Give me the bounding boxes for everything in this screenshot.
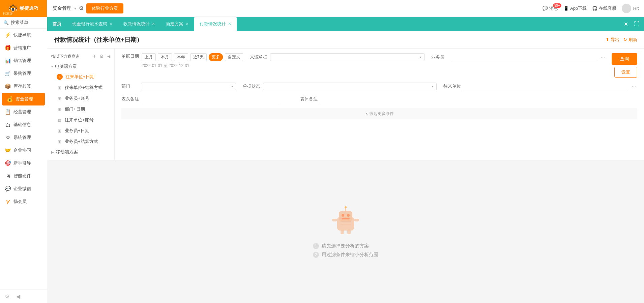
sidebar-item-huiyuan[interactable]: V 畅会员 [0,195,47,208]
tab-bank[interactable]: 现金银行流水查询 ✕ [67,17,118,31]
date-btn-last-month[interactable]: 上月 [142,53,156,61]
scheme-add-icon[interactable]: + [93,53,96,59]
service-label: 在线客服 [599,5,616,11]
sidebar-item-zijin[interactable]: 💰 资金管理 [2,93,45,105]
dept-select[interactable]: ▾ [141,83,236,90]
collapse-bar[interactable]: ∧ 收起更多条件 [121,108,637,119]
date-btn-this-year[interactable]: 本年 [174,53,188,61]
salesperson-input[interactable] [451,53,597,61]
tab-bank-close[interactable]: ✕ [109,22,113,26]
partner-input[interactable] [464,82,628,90]
head-remark-input[interactable] [142,95,280,103]
sidebar-item-kuaijie[interactable]: ⚡ 快捷导航 [0,29,47,41]
scheme-item-wanglai-jiesuan[interactable]: ⊞ 往来单位+结算方式 [47,82,114,93]
scheme-collapse-icon[interactable]: ◀ [107,54,110,59]
scheme-item-yewuyuan-date[interactable]: ⊞ 业务员+日期 [47,125,114,136]
message-icon: 💬 [543,6,548,11]
tab-shoukuan-close[interactable]: ✕ [152,22,155,26]
sidebar-item-qiye[interactable]: 🤝 企业协同 [0,144,47,157]
status-select[interactable]: ▾ [263,83,437,90]
partner-dots-btn[interactable]: ··· [631,84,637,89]
sidebar-item-weixin[interactable]: 💬 企业微信 [0,182,47,195]
scheme-item-yewuyuan-jiesuan[interactable]: ⊞ 业务员+结算方式 [47,136,114,147]
date-btn-last-7days[interactable]: 近7天 [190,53,207,61]
tab-newplan-close[interactable]: ✕ [185,22,189,26]
mobile-category[interactable]: ▶ 移动端方案 [47,147,114,157]
pc-category[interactable]: ▾ 电脑端方案 [47,61,114,71]
partner-filter-cell: 往来单位 ··· [443,82,637,90]
sidebar-item-zhineng[interactable]: 🖥 智能硬件 [0,170,47,182]
tip-text-2: 用过滤条件来缩小分析范围 [322,252,378,258]
close-tab-icon[interactable]: ✕ [621,19,631,29]
scheme-settings-icon[interactable]: ⚙ [99,54,104,59]
active-scheme-dot: ○ [57,74,63,80]
topbar-right: 💬 消息 99+ 📱 App下载 🎧 在线客服 Rit [543,4,639,13]
tabbar-actions: ✕ ⛶ [621,19,644,29]
collapse-sidebar-icon[interactable]: ◀ [16,293,20,300]
source-select[interactable]: ▾ [270,53,425,61]
source-filter-cell: 来源单据 ▾ [250,53,425,61]
expand-tab-icon[interactable]: ⛶ [632,19,641,29]
app-icon: 📱 [563,6,569,11]
svg-rect-8 [347,230,351,234]
sidebar-item-yingxiao[interactable]: 🎁 营销推广 [0,41,47,54]
body-remark-input[interactable] [320,95,459,103]
tab-fukuan[interactable]: 付款情况统计 ✕ [194,17,237,31]
filter-row-1: 单据日期 上月 本月 本年 近7天 更多 自定义 2022- [121,53,637,78]
sidebar-item-xitong[interactable]: ⚙ 系统管理 [0,131,47,144]
empty-tip-1: 1 请先选择要分析的方案 [313,243,378,249]
empty-tips: 1 请先选择要分析的方案 2 用过滤条件来缩小分析范围 [313,243,378,258]
pc-chevron-icon: ▾ [51,65,53,68]
trial-button[interactable]: 体验行业方案 [86,3,123,13]
sidebar-item-jingying[interactable]: 📋 经营管理 [0,105,47,118]
status-label: 单据状态 [243,83,260,89]
scheme-label-wanglai-zhanghao: 往来单位+账号 [65,117,94,123]
topbar-settings-icon[interactable]: ⚙ [79,5,84,11]
export-button[interactable]: ⬆ 导出 [606,37,619,43]
settings-button[interactable]: 设置 [614,67,637,78]
sidebar-item-xiaoshou[interactable]: 📊 销售管理 [0,54,47,67]
jichu-icon: 🗂 [5,122,11,128]
tab-shoukuan[interactable]: 收款情况统计 ✕ [118,17,160,31]
messages-button[interactable]: 💬 消息 99+ [543,5,558,11]
date-options: 上月 本月 本年 近7天 更多 自定义 2022-01-01 至 2022-12… [142,53,243,69]
scheme-item-wanglai-date[interactable]: ○ 往来单位+日期 [47,71,114,82]
query-button[interactable]: 查询 [612,53,637,65]
body-remark-cell: 表体备注 [300,95,459,103]
tabbar: 首页 现金银行流水查询 ✕ 收款情况统计 ✕ 新建方案 ✕ 付款情况统计 ✕ ✕… [47,17,644,31]
source-select-arrow: ▾ [420,55,421,59]
date-filter-cell: 单据日期 上月 本月 本年 近7天 更多 自定义 2022- [121,53,243,69]
online-service-button[interactable]: 🎧 在线客服 [592,5,616,11]
settings-bottom-icon[interactable]: ⚙ [5,293,9,300]
user-menu[interactable]: Rit [622,4,639,13]
empty-robot-illustration [329,205,362,239]
sidebar-item-caigou[interactable]: 🛒 采购管理 [0,67,47,80]
scheme-item-yewuyuan-zhanghao[interactable]: ⊞ 业务员+账号 [47,93,114,104]
svg-rect-5 [332,219,337,221]
page-actions: ⬆ 导出 ↻ 刷新 [606,37,637,43]
dept-label: 部门 [121,83,138,89]
scheme-panel: 按以下方案查询 + ⚙ ◀ ▾ 电脑端方案 ○ 往来单位+日期 ⊞ 往来单位+结… [47,49,115,160]
page-title: 付款情况统计（往来单位+日期） [54,36,606,44]
date-btn-this-month[interactable]: 本月 [158,53,172,61]
tab-newplan[interactable]: 新建方案 ✕ [160,17,194,31]
scheme-item-bumen-date[interactable]: ⊞ 部门+日期 [47,104,114,115]
salesperson-dots-btn[interactable]: ··· [599,55,606,60]
topbar-left: 资金管理 ▾ ⚙ 体验行业方案 [53,3,538,13]
sidebar-item-xinshou[interactable]: 🎯 新手引导 [0,157,47,170]
export-icon: ⬆ [606,37,609,42]
date-btn-custom[interactable]: 自定义 [225,53,243,61]
tab-home[interactable]: 首页 [47,17,67,31]
scheme-grid-icon-4: ⊞ [57,128,62,133]
tab-bank-label: 现金银行流水查询 [72,21,107,27]
sidebar-item-kucun[interactable]: 📦 库存核算 [0,80,47,93]
app-download-button[interactable]: 📱 App下载 [563,5,587,11]
tab-fukuan-close[interactable]: ✕ [228,22,231,26]
scheme-grid-icon-1: ⊞ [57,85,62,90]
sidebar-search[interactable]: 🔍 搜索菜单 [0,17,47,29]
sidebar-item-jichu[interactable]: 🗂 基础信息 [0,118,47,131]
scheme-item-wanglai-zhanghao[interactable]: ▦ 往来单位+账号 [47,115,114,125]
refresh-button[interactable]: ↻ 刷新 [623,37,637,43]
refresh-icon: ↻ [623,37,627,42]
date-btn-more[interactable]: 更多 [209,53,223,61]
